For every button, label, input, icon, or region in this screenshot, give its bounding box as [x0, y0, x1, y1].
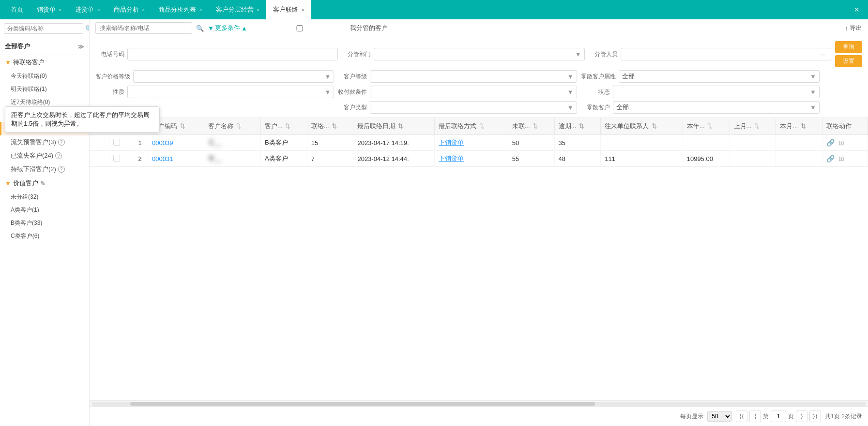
export-button[interactable]: ↑ 导出 [845, 24, 863, 32]
nav-item-home[interactable]: 首页 [4, 0, 30, 19]
grid-action-icon[interactable]: ⊞ [838, 155, 844, 162]
retail-customer-select[interactable]: 全部 ▼ [613, 101, 820, 114]
nav-item-purchase[interactable]: 进货单 × [68, 0, 107, 19]
last-page-button[interactable]: ⟩⟩ [809, 411, 821, 422]
dept-label: 分管部门 [342, 50, 371, 59]
phone-input[interactable] [127, 48, 338, 60]
close-icon[interactable]: × [257, 7, 259, 13]
info-icon[interactable]: ? [55, 152, 62, 159]
td-code[interactable]: 000031 [148, 151, 204, 167]
close-icon[interactable]: × [301, 7, 304, 13]
td-gear [90, 135, 109, 151]
close-icon[interactable]: × [97, 7, 100, 13]
search-button[interactable]: 🔍 [196, 25, 204, 32]
table-scroll[interactable]: ⚙ 客户编码 ⇅ 客户名称 [90, 118, 868, 400]
close-icon[interactable]: × [199, 7, 202, 13]
nav-item-customer-stratify[interactable]: 客户分层经营 × [209, 0, 266, 19]
nav-item-product-list[interactable]: 商品分析列表 × [152, 0, 209, 19]
my-customers-checkbox[interactable] [251, 25, 348, 31]
export-icon: ↑ [845, 25, 849, 32]
sidebar-item-ungrouped[interactable]: 未分组(32) [0, 191, 89, 204]
td-checkbox[interactable] [109, 135, 132, 151]
sidebar-item-class-b[interactable]: B类客户(33) [0, 217, 89, 230]
window-close-button[interactable]: × [849, 5, 864, 15]
first-page-button[interactable]: ⟨⟨ [736, 411, 747, 422]
sidebar-search-icon[interactable]: 🔍 [85, 25, 90, 32]
sidebar-item-declining[interactable]: 持续下滑客户(2) ? [0, 162, 89, 176]
more-icon[interactable]: ··· [819, 51, 828, 58]
prev-page-button[interactable]: ⟨ [749, 411, 761, 422]
close-icon[interactable]: × [59, 7, 61, 13]
td-index: 2 [132, 151, 148, 167]
price-grade-select[interactable]: ▼ [133, 70, 334, 83]
row-checkbox[interactable] [113, 139, 120, 146]
more-conditions-button[interactable]: ▼ 更多条件 ▲ [208, 24, 247, 32]
sidebar-collapse-icon[interactable]: ≫ [77, 43, 84, 50]
search-input[interactable] [95, 22, 192, 34]
filter-row-2: 客户价格等级 ▼ 客户等级 ▼ 零散客户属性 全部 [95, 70, 862, 83]
info-icon[interactable]: ? [58, 139, 65, 146]
th-overdue[interactable]: 逾期... ⇅ [554, 118, 601, 135]
nav-item-customer-contact[interactable]: 客户联络 × [266, 0, 311, 19]
sidebar-all-customers[interactable]: 全部客户 ≫ [0, 38, 89, 55]
retail-attr-select[interactable]: 全部 ▼ [619, 70, 820, 83]
person-select[interactable]: ··· [621, 48, 831, 60]
customer-grade-select[interactable]: ▼ [370, 70, 577, 83]
sort-icon: ⇅ [180, 122, 185, 130]
sidebar-item-class-c[interactable]: C类客户(6) [0, 230, 89, 243]
edit-icon[interactable]: ✎ [40, 180, 46, 187]
td-last-contact-method[interactable]: 下销货单 [434, 151, 508, 167]
table-footer: 每页显示 50 100 200 ⟨⟨ ⟨ 第 页 ⟩ ⟩⟩ 共1页 2条记录 [90, 406, 868, 426]
horizontal-scrollbar[interactable] [90, 400, 868, 406]
th-last-month[interactable]: 上月... ⇅ [730, 118, 776, 135]
td-code[interactable]: 000039 [148, 135, 204, 151]
current-page-input[interactable] [771, 411, 786, 422]
scrollbar-thumb[interactable] [130, 402, 595, 406]
query-button[interactable]: 查询 [835, 41, 862, 53]
sidebar-group-pending[interactable]: ▼ 待联络客户 [0, 55, 89, 70]
sidebar-item-churned[interactable]: 已流失客户(24) ? [0, 149, 89, 162]
sidebar-search-input[interactable] [4, 23, 83, 34]
sidebar-item-churn-warning[interactable]: 流失预警客户(3) ? [0, 135, 89, 149]
filter-row-3: 性质 ▼ 收付款条件 ▼ 状态 [95, 86, 862, 98]
row-checkbox[interactable] [113, 155, 120, 162]
th-uncontacted[interactable]: 未联... ⇅ [508, 118, 554, 135]
sidebar-item-class-a[interactable]: A类客户(1) [0, 204, 89, 217]
payment-select[interactable]: ▼ [370, 86, 577, 98]
close-icon[interactable]: × [142, 7, 145, 13]
chevron-down-icon: ▼ [567, 88, 574, 96]
th-last-contact-date[interactable]: 最后联络日期 ⇅ [353, 118, 435, 135]
grid-action-icon[interactable]: ⊞ [838, 139, 844, 147]
nature-select[interactable]: ▼ [127, 86, 334, 98]
link-action-icon[interactable]: 🔗 [826, 139, 835, 147]
person-label: 分管人员 [589, 50, 618, 59]
td-checkbox[interactable] [109, 151, 132, 167]
sidebar-item-today-pending[interactable]: 今天待联络(0) [0, 70, 89, 83]
next-page-button[interactable]: ⟩ [796, 411, 807, 422]
td-last-contact-method[interactable]: 下销货单 [434, 135, 508, 151]
nav-item-sales[interactable]: 销货单 × [30, 0, 68, 19]
status-select[interactable]: ▼ [613, 86, 820, 98]
price-grade-label: 客户价格等级 [95, 73, 130, 81]
link-action-icon[interactable]: 🔗 [826, 155, 835, 162]
th-this-month[interactable]: 本月... ⇅ [776, 118, 822, 135]
th-name[interactable]: 客户名称 ⇅ [204, 118, 260, 135]
page-size-select[interactable]: 50 100 200 [707, 411, 732, 422]
sort-icon: ⇅ [236, 122, 242, 130]
th-company-contact[interactable]: 往来单位联系人 ⇅ [601, 118, 683, 135]
customer-type-select[interactable]: ▼ [370, 101, 577, 114]
sidebar-item-tomorrow-pending[interactable]: 明天待联络(1) [0, 83, 89, 96]
th-type[interactable]: 客户... ⇅ [260, 118, 307, 135]
info-icon[interactable]: ? [58, 166, 65, 173]
filter-actions: 查询 设置 [835, 41, 862, 67]
settings-button[interactable]: 设置 [835, 55, 862, 67]
filter-retail-attr: 零散客户属性 全部 ▼ [581, 70, 820, 83]
th-this-year[interactable]: 本年... ⇅ [683, 118, 730, 135]
th-last-contact-method[interactable]: 最后联络方式 ⇅ [434, 118, 508, 135]
td-company-contact: 111 [601, 151, 683, 167]
th-contact-count[interactable]: 联络... ⇅ [307, 118, 353, 135]
nav-item-product-analysis[interactable]: 商品分析 × [107, 0, 152, 19]
dept-select[interactable]: ▼ [374, 48, 584, 60]
filter-bar: 🔍 ▼ 更多条件 ▲ 我分管的客户 ↑ 导出 [90, 19, 868, 37]
sidebar-group-value[interactable]: ▼ 价值客户 ✎ [0, 176, 89, 191]
